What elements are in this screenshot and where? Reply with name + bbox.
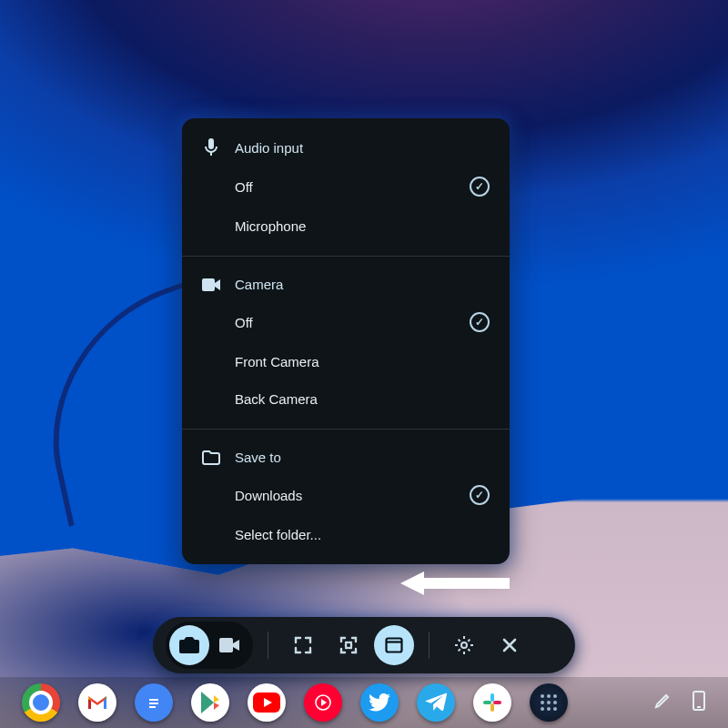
svg-rect-15: [493, 701, 501, 704]
audio-option-microphone-label: Microphone: [235, 218, 306, 234]
videocam-icon: [219, 638, 239, 652]
settings-button[interactable]: [444, 625, 484, 665]
window-icon: [385, 637, 403, 653]
audio-option-microphone[interactable]: Microphone: [182, 207, 510, 245]
fullscreen-icon: [294, 636, 312, 654]
svg-point-24: [553, 707, 557, 711]
svg-rect-13: [483, 701, 491, 704]
svg-point-16: [541, 694, 544, 698]
svg-rect-14: [490, 703, 494, 712]
app-youtube[interactable]: [248, 683, 286, 722]
camera-option-off[interactable]: Off: [182, 301, 510, 343]
section-save-to: Save to Downloads Select folder...: [182, 430, 510, 564]
svg-point-21: [553, 701, 557, 704]
screen-capture-toolbar: [153, 617, 575, 673]
phone-hub-icon[interactable]: [692, 690, 706, 715]
svg-point-22: [541, 707, 544, 711]
docs-icon: [146, 692, 162, 713]
gmail-icon: [86, 693, 109, 712]
screenshot-mode-button[interactable]: [169, 625, 209, 665]
svg-rect-7: [149, 703, 158, 704]
section-camera: Camera Off Front Camera Back Camera: [182, 257, 510, 430]
telegram-icon: [425, 693, 447, 713]
svg-point-18: [553, 694, 557, 698]
svg-rect-1: [346, 642, 351, 648]
toolbar-separator: [268, 632, 268, 659]
microphone-icon: [202, 138, 220, 157]
shelf: [0, 677, 728, 728]
section-audio-input: Audio input Off Microphone: [182, 118, 510, 257]
audio-option-off[interactable]: Off: [182, 166, 510, 207]
crop-icon: [339, 636, 358, 654]
section-header-audio: Audio input: [182, 129, 510, 166]
youtube-icon: [253, 693, 280, 713]
youtube-music-icon: [311, 691, 335, 714]
slack-icon: [481, 692, 503, 713]
saveto-header-label: Save to: [235, 450, 281, 465]
twitter-icon: [369, 693, 390, 712]
svg-rect-8: [149, 706, 156, 708]
camera-header-label: Camera: [235, 277, 283, 292]
toolbar-separator: [429, 632, 430, 659]
close-icon: [501, 637, 518, 653]
camera-option-front[interactable]: Front Camera: [182, 343, 510, 380]
saveto-option-select-folder-label: Select folder...: [235, 527, 321, 542]
camera-icon: [179, 636, 199, 654]
app-play-store[interactable]: [191, 683, 229, 722]
app-telegram[interactable]: [417, 683, 455, 722]
videocam-icon: [202, 278, 220, 291]
section-header-saveto: Save to: [182, 440, 510, 474]
stylus-icon[interactable]: [653, 692, 672, 713]
shelf-status-area[interactable]: [653, 690, 706, 715]
audio-option-off-label: Off: [235, 179, 253, 195]
svg-rect-2: [387, 639, 402, 652]
app-chrome[interactable]: [22, 683, 60, 722]
check-icon: [470, 177, 490, 197]
svg-point-19: [541, 701, 544, 704]
window-region-button[interactable]: [374, 625, 414, 665]
record-mode-button[interactable]: [209, 625, 249, 665]
camera-option-back-label: Back Camera: [235, 391, 318, 407]
saveto-option-select-folder[interactable]: Select folder...: [182, 516, 510, 553]
camera-option-back[interactable]: Back Camera: [182, 380, 510, 418]
app-youtube-music[interactable]: [304, 683, 342, 722]
app-docs[interactable]: [135, 683, 173, 722]
check-icon: [470, 312, 490, 332]
app-twitter[interactable]: [360, 683, 399, 722]
audio-header-label: Audio input: [235, 140, 303, 156]
close-button[interactable]: [490, 625, 530, 665]
app-slack[interactable]: [473, 683, 511, 722]
fullscreen-region-button[interactable]: [283, 625, 323, 665]
folder-icon: [202, 450, 220, 465]
camera-option-front-label: Front Camera: [235, 354, 319, 369]
play-icon: [199, 691, 221, 714]
check-icon: [470, 485, 490, 505]
section-header-camera: Camera: [182, 268, 510, 301]
partial-region-button[interactable]: [329, 625, 369, 665]
grid-icon: [539, 693, 559, 713]
chrome-icon: [22, 683, 60, 722]
svg-point-17: [547, 694, 551, 698]
app-launcher-grid[interactable]: [530, 683, 568, 722]
saveto-option-downloads[interactable]: Downloads: [182, 474, 510, 516]
saveto-option-downloads-label: Downloads: [235, 488, 302, 503]
capture-mode-segment: [166, 622, 253, 669]
capture-settings-popup: Audio input Off Microphone Camera Off Fr…: [182, 118, 510, 564]
svg-point-4: [461, 642, 467, 648]
camera-option-off-label: Off: [235, 315, 253, 330]
svg-rect-12: [490, 693, 494, 702]
svg-point-23: [547, 707, 551, 711]
svg-rect-6: [149, 699, 158, 701]
app-gmail[interactable]: [78, 683, 116, 722]
svg-point-20: [547, 701, 551, 704]
gear-icon: [454, 635, 474, 655]
